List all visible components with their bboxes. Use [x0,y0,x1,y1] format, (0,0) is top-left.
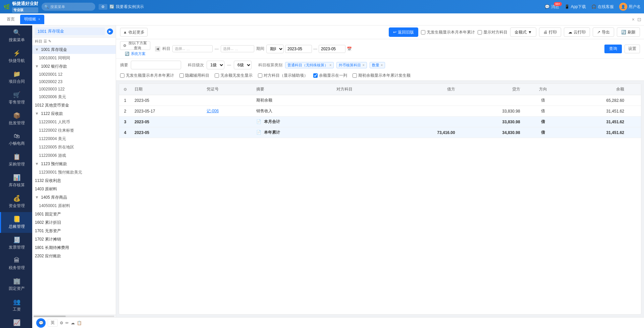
account-tree-expand-btn[interactable]: ▶ [107,28,113,35]
no-balance-checkbox-item[interactable]: 无余额无发生显示 [215,73,253,78]
refresh-btn[interactable]: 🔄 刷新 [617,27,640,37]
list-view-icon[interactable]: ☰ [44,39,47,44]
tree-item-1002[interactable]: ▼ 1002 银行存款 [32,62,116,71]
tree-item-11230001[interactable]: 11230001 预付账款美元 [32,168,116,177]
opposite-subject-checkbox[interactable] [258,73,262,78]
no-balance-checkbox[interactable] [215,73,219,78]
tab-close-all-icon[interactable]: × [632,17,635,22]
balance-one-col-checkbox[interactable] [313,73,318,78]
tree-item-1132[interactable]: 1132 应收利息 [32,177,116,185]
show-assist-check[interactable]: 无发生额显示本月本年累计 [421,29,475,35]
tab-close-icon[interactable]: × [38,17,40,21]
calendar-icon[interactable]: 📅 [347,47,352,51]
sidebar-item-salary[interactable]: 👥 工资 [0,295,32,316]
tree-item-2202[interactable]: 2202 应付账款 [32,252,116,260]
tree-item-1601[interactable]: 1601 固定资产 [32,210,116,218]
tree-item-1801[interactable]: 1801 长期待摊费用 [32,244,116,252]
edit-icon[interactable]: ✎ [48,39,51,44]
voucher-link[interactable]: 记-006 [207,109,219,113]
tree-item-11220006[interactable]: 11220006 游戏 [32,151,116,160]
print-btn[interactable]: 🖨 打印 [539,27,561,37]
tree-item-1403[interactable]: 1403 原材料 [32,185,116,193]
export-btn[interactable]: ↗ 导出 [593,27,614,37]
tree-item-10020006[interactable]: 10020006 美元 [32,93,116,101]
sidebar-item-search[interactable]: 🔍 搜索菜单 [0,25,32,46]
lang-btn[interactable]: 英 [48,319,58,327]
opposite-subject-checkbox-item[interactable]: 对方科目（显示辅助项） [258,73,308,78]
sidebar-item-capital[interactable]: 💰 资金管理 [0,191,32,212]
query-scheme-btn[interactable]: ⚙ 按以下方案查询 [120,41,150,50]
init-balance-checkbox-item[interactable]: 期初余额显示本年累计发生额 [353,73,411,78]
subject-input-group[interactable]: 选择... ... [172,45,213,52]
account-selected[interactable]: 1001 库存现金 [35,27,105,35]
tree-item-11220001[interactable]: 11220001 人民币 [32,118,116,126]
subject-input-group-2[interactable]: 选择... ... [221,45,254,52]
summary-input[interactable] [131,61,181,69]
tree-item-10010001[interactable]: 10010001 同明同 [32,54,116,62]
balance-one-col-checkbox-item[interactable]: 余额显示在一列 [313,73,347,78]
sidebar-item-project[interactable]: 📁 项目合同 [0,67,32,88]
sidebar-item-inventory[interactable]: 📊 库存核算 [0,171,32,191]
show-opposite-checkbox[interactable] [478,30,482,35]
sidebar-item-purchase[interactable]: 📋 采购管理 [0,150,32,171]
tab-detail[interactable]: 明细账 × [20,15,44,24]
tree-item-1602[interactable]: 1602 累计折旧 [32,218,116,227]
tree-item-1122[interactable]: ▼ 1122 应收款 [32,110,116,118]
init-balance-checkbox[interactable] [353,73,357,78]
sidebar-item-ops[interactable]: 📈 经营管理 [0,316,32,328]
settings-icon[interactable]: ⚙ [99,4,107,10]
search-box[interactable]: 🔍 搜索菜单 [42,3,95,11]
no-occur-checkbox[interactable] [120,73,124,78]
collapse-filter-btn[interactable]: ◀ [155,46,160,52]
tree-item-1001[interactable]: ▼ 1001 库存现金 [32,46,116,54]
tree-item-1123[interactable]: ▼ 1123 预付账款 [32,160,116,168]
filter-tag-foreign-close[interactable]: × [362,63,364,67]
period-type-select[interactable]: 期间 [266,45,284,53]
online-service-btn[interactable]: 🎧 在线客服 [591,4,614,10]
tree-item-1012[interactable]: 1012 其他货币资金 [32,101,116,110]
subject-level-end[interactable]: 6级5级 [234,61,252,69]
sidebar-item-wholesale[interactable]: 📦 批发管理 [0,109,32,129]
sidebar-item-general-ledger[interactable]: 📒 总账管理 [0,212,32,233]
status-cloud-icon[interactable]: ☁ [71,321,75,325]
period-end-input[interactable] [319,45,345,53]
no-occur-checkbox-item[interactable]: 无发生额显示本月本年累计 [120,73,174,78]
tree-item-10020001[interactable]: 10020001 12 [32,71,116,78]
tree-item-11220005[interactable]: 11220005 所在地区 [32,143,116,151]
tree-item-1701[interactable]: 1701 无形资产 [32,227,116,235]
message-btn[interactable]: 💬 消息 99+ [545,4,559,10]
system-scheme-btn[interactable]: 🔄 系统方案 [125,51,146,56]
cloud-print-btn[interactable]: ☁ 云打印 [564,27,590,37]
period-start-input[interactable] [285,45,312,53]
status-settings-icon[interactable]: ⚙ [60,321,63,325]
tab-home[interactable]: 首页 [3,15,19,24]
subject-level-start[interactable]: 1级2级 [207,61,224,69]
more-filters-btn[interactable]: ▲ 收起更多 [120,28,148,37]
tree-item-1405[interactable]: ▼ 1405 库存商品 [32,193,116,202]
return-old-version-btn[interactable]: ↩ 返回旧版 [389,27,418,37]
tree-item-11220004[interactable]: 11220004 美元 [32,135,116,143]
status-edit-icon[interactable]: ✏ [65,321,69,325]
show-assist-checkbox[interactable] [421,30,425,35]
table-settings-icon[interactable]: ⚙ [123,87,127,92]
sidebar-item-quick-nav[interactable]: ⚡ 快捷导航 [0,46,32,67]
app-download-btn[interactable]: 📱 App下载 [565,4,586,10]
tab-maximize-icon[interactable]: ⊡ [637,17,641,22]
sidebar-item-fixed-asset[interactable]: 🏢 固定资产 [0,274,32,295]
demo-link[interactable]: 🔄 我要看实例演示 [109,4,144,10]
chat-float-btn[interactable]: 💬 [36,318,46,328]
filter-tag-normal-close[interactable]: × [329,63,331,67]
tree-item-10020002[interactable]: 10020002 23 [32,78,116,85]
hide-assist-checkbox-item[interactable]: 隐藏辅用科目 [179,73,209,78]
status-list-icon[interactable]: 📋 [77,321,82,325]
query-btn[interactable]: 查询 [604,45,622,53]
tree-item-11220002[interactable]: 11220002 往来标签 [32,126,116,135]
sidebar-item-invoice[interactable]: 🧾 发票管理 [0,233,32,254]
show-opposite-check[interactable]: 显示对方科目 [478,29,507,35]
hide-assist-checkbox[interactable] [179,73,184,78]
filter-tag-quantity-close[interactable]: × [381,63,383,67]
tree-item-1702[interactable]: 1702 累计摊销 [32,235,116,244]
tree-item-14050001[interactable]: 14050001 原材料 [32,202,116,210]
sidebar-item-tax[interactable]: 🏛 税务管理 [0,254,32,274]
sidebar-item-ecom[interactable]: 🛍 小畅电商 [0,129,32,150]
